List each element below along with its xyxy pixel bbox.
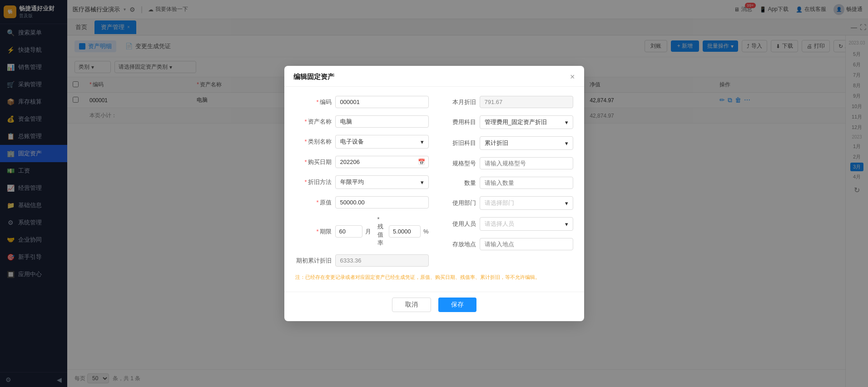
form-row-department: 使用部门 请选择部门 ▾	[440, 196, 573, 210]
original-value-input[interactable]	[335, 196, 429, 208]
location-label: 存放地点	[440, 240, 476, 248]
form-row-asset-name: *资产名称	[295, 115, 429, 128]
quantity-label: 数量	[440, 179, 476, 187]
calendar-icon: 📅	[418, 159, 425, 165]
form-row-spec: 规格型号	[440, 157, 573, 169]
depreciation-subject-dropdown-icon: ▾	[565, 140, 568, 147]
period-label: *期限	[295, 228, 332, 236]
expense-subject-select[interactable]: 管理费用_固定资产折旧 ▾	[480, 115, 573, 129]
form-right-column: 本月折旧 费用科目 管理费用_固定资产折旧 ▾ 折旧科目	[440, 96, 573, 274]
modal-body: *编码 *资产名称 *类别名称	[284, 87, 584, 292]
location-input[interactable]	[480, 238, 573, 250]
initial-depreciation-input	[335, 254, 429, 267]
user-select[interactable]: 请选择人员 ▾	[480, 217, 573, 231]
save-button[interactable]: 保存	[438, 298, 476, 312]
expense-subject-label: 费用科目	[440, 118, 476, 126]
modal-header: 编辑固定资产 ×	[284, 66, 584, 87]
asset-name-input[interactable]	[335, 115, 429, 128]
depreciation-subject-select[interactable]: 累计折旧 ▾	[480, 136, 573, 150]
depreciation-method-label: *折旧方法	[295, 178, 332, 186]
modal-close-icon[interactable]: ×	[570, 72, 575, 82]
category-label: *类别名称	[295, 138, 332, 146]
modal-overlay: 编辑固定资产 × *编码 *资产名称	[0, 0, 868, 387]
depreciation-method-select[interactable]: 年限平均 ▾	[335, 175, 429, 189]
original-value-label: *原值	[295, 198, 332, 207]
quantity-input[interactable]	[480, 177, 573, 189]
expense-subject-dropdown-icon: ▾	[565, 119, 568, 126]
monthly-depreciation-label: 本月折旧	[440, 98, 476, 106]
spec-label: 规格型号	[440, 159, 476, 168]
user-label: 使用人员	[440, 220, 476, 228]
residual-rate-label: * 残值率	[377, 216, 386, 247]
category-select[interactable]: 电子设备 ▾	[335, 135, 429, 149]
form-row-location: 存放地点	[440, 238, 573, 250]
asset-name-label: *资产名称	[295, 118, 332, 126]
residual-pct: %	[423, 228, 429, 235]
initial-depreciation-label: 期初累计折旧	[295, 257, 332, 265]
form-row-purchase-date: *购买日期 📅	[295, 156, 429, 168]
form-row-period: *期限 月 * 残值率 %	[295, 216, 429, 247]
form-left-column: *编码 *资产名称 *类别名称	[295, 96, 429, 274]
form-row-depreciation-subject: 折旧科目 累计折旧 ▾	[440, 136, 573, 150]
purchase-date-label: *购买日期	[295, 158, 332, 166]
modal-title: 编辑固定资产	[293, 73, 334, 81]
monthly-depreciation-input	[480, 96, 573, 108]
department-dropdown-icon: ▾	[565, 200, 568, 207]
form-row-monthly-depreciation: 本月折旧	[440, 96, 573, 108]
form-row-user: 使用人员 请选择人员 ▾	[440, 217, 573, 231]
form-row-depreciation-method: *折旧方法 年限平均 ▾	[295, 175, 429, 189]
code-label: *编码	[295, 98, 332, 106]
form-row-initial-depreciation: 期初累计折旧	[295, 254, 429, 267]
modal-footer: 取消 保存	[284, 292, 584, 321]
period-input[interactable]	[335, 225, 362, 238]
purchase-date-input[interactable]	[335, 156, 429, 168]
modal-note: 注：已经存在变更记录或者对应固定资产已经生成凭证，原值、购买日期、残值率、累计折…	[295, 274, 573, 286]
purchase-date-field: 📅	[335, 156, 429, 168]
form-grid: *编码 *资产名称 *类别名称	[295, 96, 573, 274]
depreciation-subject-label: 折旧科目	[440, 139, 476, 147]
cancel-button[interactable]: 取消	[392, 298, 431, 312]
form-row-code: *编码	[295, 96, 429, 108]
category-dropdown-icon: ▾	[421, 139, 424, 145]
department-label: 使用部门	[440, 199, 476, 207]
spec-input[interactable]	[480, 157, 573, 169]
code-input[interactable]	[335, 96, 429, 108]
department-select[interactable]: 请选择部门 ▾	[480, 196, 573, 210]
user-dropdown-icon: ▾	[565, 221, 568, 228]
edit-asset-modal: 编辑固定资产 × *编码 *资产名称	[284, 66, 584, 321]
residual-rate-input[interactable]	[389, 225, 421, 238]
period-unit: 月	[365, 228, 371, 236]
form-row-original-value: *原值	[295, 196, 429, 208]
form-row-category: *类别名称 电子设备 ▾	[295, 135, 429, 149]
depreciation-method-dropdown-icon: ▾	[421, 179, 424, 186]
form-row-quantity: 数量	[440, 177, 573, 189]
form-row-expense-subject: 费用科目 管理费用_固定资产折旧 ▾	[440, 115, 573, 129]
